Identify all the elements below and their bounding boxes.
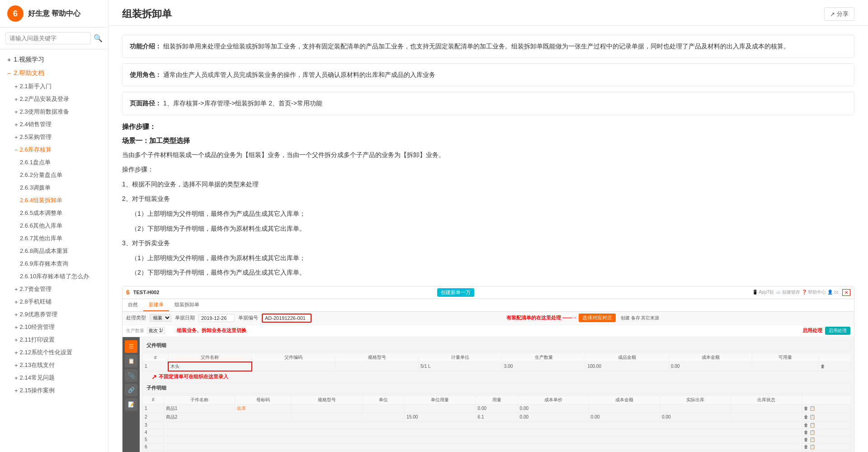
sim-type-label: 处理类型 (126, 314, 146, 321)
sim-create-btn[interactable]: 创建新单一万 (437, 288, 474, 297)
sidebar-item-newcomer[interactable]: + 2.1新手入门 (0, 80, 108, 93)
toggle-icon: − (14, 147, 18, 153)
scene1-desc: 当由多个子件材料组装成一个成品的业务为【组装】业务，当由一个父件拆分成多个子产品… (122, 149, 854, 161)
search-bar[interactable]: 🔍 (0, 28, 108, 49)
sim-td (292, 404, 363, 413)
sim-th: 实际出库 (660, 395, 731, 404)
sim-th (819, 353, 851, 362)
sim-td (252, 362, 335, 371)
sim-nav-icon-2[interactable]: 📋 (125, 355, 137, 367)
sim-parent-row: 1 木头 5/1 L 3.00 100.00 0.00 🗑 (143, 362, 851, 371)
sim-td: 0.00 (589, 413, 660, 421)
sidebar-item-purchase[interactable]: + 2.5采购管理 (0, 131, 108, 143)
sidebar-item-faq[interactable]: + 2.14常见问题 (0, 371, 108, 384)
sim-tables-area: 父件明细 # 父件名称 父件编码 规格型号 计量单位 生产数量 (140, 337, 854, 452)
sim-td (363, 404, 405, 413)
sim-qty-input[interactable] (147, 327, 165, 334)
sidebar-item-operation[interactable]: + 2.10经营管理 (0, 321, 108, 333)
sim-td: 🗑 📋 (802, 428, 851, 436)
role-text: 通常由生产人员或库管人员完成拆装业务的操作，库管人员确认原材料的出库和产成品的入… (163, 71, 435, 78)
sidebar-item-mobile[interactable]: + 2.8手机旺铺 (0, 295, 108, 308)
sidebar-item-partial-stocktake[interactable]: 2.6.2分量盘点单 (0, 169, 108, 181)
sidebar-item-cost-adjust[interactable]: 2.6.5成本调整单 (0, 207, 108, 219)
sim-billno-label: 单据编号 (238, 314, 258, 321)
toggle-icon: + (14, 349, 18, 356)
sidebar-item-other-out[interactable]: 2.6.7其他出库单 (0, 232, 108, 245)
toggle-icon: + (14, 96, 18, 103)
sidebar-item-finance[interactable]: + 2.7资金管理 (0, 283, 108, 295)
sim-qty-label: 生产数量 (126, 328, 144, 334)
sidebar-sublabel: 2.12系统个性化设置 (20, 348, 72, 357)
sim-select-bom-btn[interactable]: 选择对应村庄 (579, 314, 616, 322)
sim-td: 0.00 (669, 362, 752, 371)
sidebar-item-adjust[interactable]: 2.6.3调拨单 (0, 181, 108, 194)
leaf-label: 2.6.5成本调整单 (20, 209, 62, 216)
sidebar-label: 1.视频学习 (14, 56, 44, 64)
sidebar-item-data-prep[interactable]: + 2.3使用前数据准备 (0, 105, 108, 118)
sim-th: 成本单价 (518, 395, 589, 404)
sim-th: 可用量 (752, 353, 819, 362)
sidebar-item-video[interactable]: + 1.视频学习 (0, 53, 108, 67)
sim-td: 商品2 (164, 413, 235, 421)
sim-nav-icon-5[interactable]: 📝 (125, 398, 137, 411)
sidebar-sublabel: 2.10经营管理 (20, 323, 55, 331)
sim-child-row: 1 商品1 出库 0.00 0.00 (143, 404, 851, 413)
sidebar-item-assembly[interactable]: 2.6.4组装拆卸单 (0, 194, 108, 207)
sidebar-sublabel: 2.15操作案例 (20, 386, 55, 395)
search-button[interactable]: 🔍 (94, 34, 103, 43)
sim-logo: 6 (126, 289, 130, 296)
sidebar-item-system[interactable]: + 2.12系统个性化设置 (0, 346, 108, 359)
page-title: 组装拆卸单 (122, 7, 172, 21)
sim-tab-new[interactable]: 新建单 (143, 299, 169, 311)
sidebar-sublabel: 2.14常见问题 (20, 374, 55, 382)
sidebar-item-other-in[interactable]: 2.6.6其他入库单 (0, 219, 108, 232)
sidebar-item-stock-query[interactable]: 2.6.9库存账本查询 (0, 257, 108, 270)
sidebar-sublabel: 2.1新手入门 (20, 82, 52, 90)
share-button[interactable]: ↗ 分享 (824, 7, 854, 21)
sim-nav-icon-4[interactable]: 🔗 (125, 384, 137, 396)
sidebar-item-coupon[interactable]: + 2.9优惠券管理 (0, 308, 108, 321)
intro-block: 功能介绍： 组装拆卸单用来处理企业组装或拆卸等加工业务，支持有固定装配清单的产品… (122, 35, 854, 58)
sim-tab-assembly[interactable]: 组装拆卸单 (169, 299, 205, 311)
leaf-label: 2.6.10库存账本错了怎么办 (20, 273, 89, 280)
sim-nav-icon-1[interactable]: ☰ (125, 340, 137, 353)
sidebar-item-docs[interactable]: − 2.帮助文档 (0, 67, 108, 80)
sim-child-row: 4🗑 📋 (143, 428, 851, 436)
sidebar-item-payment[interactable]: + 2.13在线支付 (0, 359, 108, 371)
step1: 1、根据不同的业务，选择不同单据的类型来处理 (122, 178, 854, 190)
intro-label: 功能介绍： (130, 43, 161, 50)
sim-th: 母标码 (235, 395, 291, 404)
sim-nav-icon-3[interactable]: 📎 (125, 369, 137, 382)
sim-billno-input[interactable] (262, 314, 311, 323)
search-input[interactable] (5, 32, 91, 44)
sidebar-item-cost-recalc[interactable]: 2.6.8商品成本重算 (0, 245, 108, 257)
sidebar-item-sales[interactable]: + 2.4销售管理 (0, 118, 108, 131)
sidebar-item-stocktake[interactable]: 2.6.1盘点单 (0, 156, 108, 169)
sim-td: 🗑 (819, 362, 851, 371)
sim-td (363, 413, 405, 421)
sim-th: 单位 (363, 395, 405, 404)
sim-th: # (143, 395, 164, 404)
sim-parent-table: # 父件名称 父件编码 规格型号 计量单位 生产数量 成品金额 成本金额 可用量 (142, 353, 851, 371)
sim-date-input[interactable] (198, 314, 235, 322)
sim-tab-bar[interactable]: 自然 新建单 组装拆卸单 (123, 299, 854, 312)
toggle-icon: − (7, 70, 11, 77)
sidebar-item-print[interactable]: + 2.11打印设置 (0, 333, 108, 346)
sim-close-btn[interactable]: ✕ (842, 289, 850, 296)
sim-tab-home[interactable]: 自然 (123, 299, 143, 311)
sim-td (405, 404, 476, 413)
sidebar-item-inventory[interactable]: − 2.6库存核算 (0, 143, 108, 156)
leaf-label: 2.6.1盘点单 (20, 159, 51, 166)
toggle-icon: + (14, 362, 18, 369)
sidebar-item-stock-error[interactable]: 2.6.10库存账本错了怎么办 (0, 270, 108, 283)
sidebar-item-cases[interactable]: + 2.15操作案例 (0, 384, 108, 397)
role-label: 使用角色： (130, 71, 161, 78)
sim-th: 成本金额 (589, 395, 660, 404)
path-text: 1、库存核算->库存管理->组装拆卸单 2、首页->常用功能 (163, 100, 322, 107)
sim-enable-btn[interactable]: 启用处理 (825, 327, 850, 335)
sim-type-select[interactable]: 组装 拆卸 (150, 314, 171, 322)
sidebar-item-install[interactable]: + 2.2产品安装及登录 (0, 93, 108, 105)
leaf-label: 2.6.7其他出库单 (20, 235, 62, 242)
screenshot-container: 6 TEST-H002 创建新单一万 📱 AppT轮 ☁️ 创建锁存 ❓ 帮助中… (122, 286, 854, 452)
sim-child-table: # 子件名称 母标码 规格型号 单位 单位用量 用量 成本单价 成本金额 实 (142, 395, 851, 452)
